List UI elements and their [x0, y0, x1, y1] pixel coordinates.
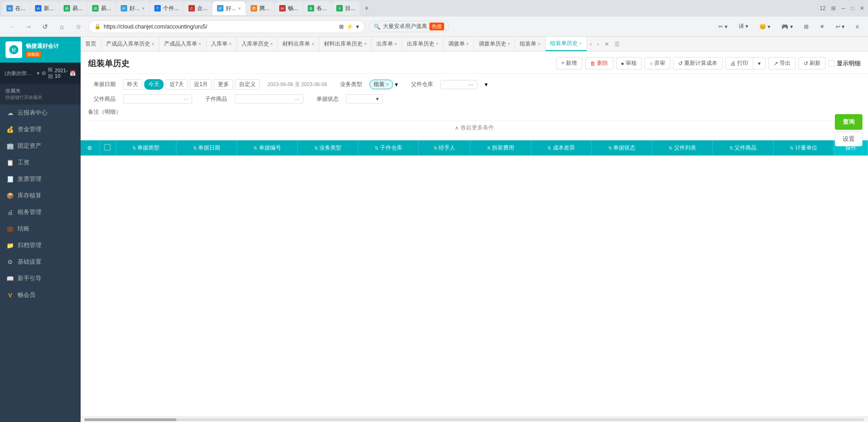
browser-tab-12[interactable]: S 目... [332, 1, 360, 15]
refresh-button[interactable]: ↺ 刷新 [798, 57, 826, 69]
home-button[interactable]: ⌂ [55, 20, 68, 33]
child-goods-dots[interactable]: ··· [295, 96, 299, 102]
sidebar-item-inventory[interactable]: 📦 库存核算 [0, 187, 81, 204]
page-tab-inbound[interactable]: 入库单 × [206, 37, 237, 51]
th-doc-date[interactable]: ⇅ 单据日期 [176, 140, 237, 156]
browser-tab-3[interactable]: 易 易... [59, 1, 87, 15]
add-button[interactable]: + 新增 [556, 57, 582, 69]
th-checkbox[interactable] [99, 140, 116, 156]
tab-close-all[interactable]: ✕ [602, 39, 612, 49]
page-tab-home[interactable]: 首页 [81, 37, 101, 51]
page-tab-material-outbound[interactable]: 材料出库单 × [278, 37, 319, 51]
abandon-button[interactable]: ○ 弃审 [645, 57, 670, 69]
remove-biz-type-tag[interactable]: × [386, 82, 389, 87]
page-tab-inbound-history[interactable]: 入库单历史 × [237, 37, 278, 51]
close-inbound-history[interactable]: × [270, 41, 273, 46]
browser-tab-7[interactable]: C 企... [184, 1, 212, 15]
sidebar-item-cloud-report[interactable]: ☁ 云报表中心 [0, 104, 81, 121]
display-detail-checkbox[interactable] [828, 60, 835, 67]
undo-btn[interactable]: ↩ ▾ [832, 22, 848, 32]
address-bar[interactable]: 🔒 https://cloud.chanjet.com/accounting/u… [88, 20, 365, 33]
settings-query-button[interactable]: 设置 [835, 132, 862, 146]
settings-col-icon[interactable]: ⚙ [87, 145, 92, 151]
th-child-warehouse[interactable]: ⇅ 子件仓库 [358, 140, 419, 156]
tab-more-menu[interactable]: ☰ [612, 39, 622, 49]
select-all-checkbox[interactable] [104, 144, 111, 150]
page-tab-assembly-history[interactable]: 调拨单历史 × [474, 37, 516, 51]
browser-tab-4[interactable]: 易 易... [88, 1, 116, 15]
export-button[interactable]: ↗ 导出 [768, 57, 796, 69]
date-btn-custom[interactable]: 自定义 [235, 79, 260, 90]
page-tab-prod-inbound-history[interactable]: 产成品入库单历史 × [101, 37, 159, 51]
browser-tab-6[interactable]: 个 个件... [150, 1, 183, 15]
horizontal-scrollbar-area[interactable] [81, 416, 868, 422]
browser-tab-11[interactable]: 各 各... [303, 1, 331, 15]
parent-warehouse-dropdown-chevron[interactable]: ▾ [485, 81, 488, 88]
sidebar-item-guide[interactable]: 📖 新手引导 [0, 270, 81, 287]
sidebar-item-invoice[interactable]: 🧾 发票管理 [0, 171, 81, 187]
close-prod-inbound[interactable]: × [199, 41, 201, 46]
close-prod-inbound-history[interactable]: × [152, 41, 154, 46]
page-tab-kit-history[interactable]: 组装单历史 × [545, 37, 587, 51]
th-unit[interactable]: ⇅ 计量单位 [773, 140, 834, 156]
review-button[interactable]: ● 审核 [616, 57, 642, 69]
tab-close-5[interactable]: × [142, 6, 145, 11]
status-dropdown-chevron[interactable]: ▾ [376, 96, 379, 102]
query-button[interactable]: 查询 [835, 114, 862, 130]
theme-btn[interactable]: ☀ [816, 22, 828, 32]
grid-btn[interactable]: ⊞ [800, 22, 812, 32]
parent-goods-input[interactable]: ··· [123, 94, 192, 104]
close-kit-history[interactable]: × [579, 41, 582, 46]
recalc-button[interactable]: ↺ 重新计算成本 [673, 57, 722, 69]
th-settings[interactable]: ⚙ [81, 140, 99, 156]
delete-button[interactable]: 🗑 删除 [585, 57, 613, 69]
close-outbound-history[interactable]: × [436, 41, 439, 46]
date-btn-more[interactable]: 更多 [214, 79, 233, 90]
th-biz-type[interactable]: ⇅ 业务类型 [298, 140, 358, 156]
horizontal-scrollbar-track[interactable] [84, 418, 864, 421]
page-tab-outbound-history[interactable]: 出库单历史 × [402, 37, 444, 51]
th-parent-list[interactable]: ⇅ 父件列表 [652, 140, 713, 156]
tab-next-button[interactable]: › [594, 39, 602, 49]
close-kit[interactable]: × [538, 41, 540, 46]
bookmark-button[interactable]: ☆ [72, 20, 85, 33]
qr-icon[interactable]: ⊞ [339, 23, 344, 30]
print-dropdown[interactable]: ▾ [753, 58, 765, 69]
th-handler[interactable]: ⇅ 经手人 [419, 140, 470, 156]
parent-warehouse-dots[interactable]: ··· [469, 81, 473, 88]
sidebar-item-fixed-assets[interactable]: 🏢 固定资产 [0, 138, 81, 154]
close-material-outbound-history[interactable]: × [364, 41, 367, 46]
parent-goods-dots[interactable]: ··· [183, 96, 188, 102]
status-dropdown[interactable]: ▾ [346, 94, 383, 104]
th-doc-status[interactable]: ⇅ 单据状态 [592, 140, 652, 156]
translate-btn[interactable]: 译 ▾ [735, 21, 752, 32]
emoji-btn[interactable]: 😊 ▾ [756, 22, 774, 32]
collapse-bar[interactable]: ∧ 收起更多条件 [88, 121, 861, 134]
th-parent-goods[interactable]: ⇅ 父件商品 [713, 140, 774, 156]
close-assembly[interactable]: × [466, 41, 469, 46]
browser-tab-10[interactable]: M 畅... [275, 1, 303, 15]
browser-tab-9[interactable]: 腾 腾... [246, 1, 274, 15]
scissors-btn[interactable]: ✂ ▾ [715, 22, 731, 32]
browser-tab-5[interactable]: 好 好... × [116, 1, 149, 15]
tab-extensions-icon[interactable]: ⊞ [829, 4, 838, 12]
topbar-settings-icon[interactable]: ⚙ [41, 70, 46, 76]
page-tab-material-outbound-history[interactable]: 材料出库单历史 × [319, 37, 372, 51]
maximize-button[interactable]: □ [849, 4, 856, 12]
horizontal-scrollbar-thumb[interactable] [84, 418, 176, 421]
browser-tab-8[interactable]: 好 好... × [212, 1, 246, 15]
date-btn-today[interactable]: 今天 [144, 79, 164, 90]
page-tab-assembly[interactable]: 调拨单 × [444, 37, 474, 51]
biz-type-dropdown-icon[interactable]: ▾ [395, 81, 398, 88]
page-tab-prod-inbound[interactable]: 产成品入库单 × [159, 37, 206, 51]
dropdown-icon[interactable]: ▾ [356, 23, 359, 30]
back-button[interactable]: ← [6, 20, 18, 33]
company-selector[interactable]: (勿删勿禁用) 江西服宝测试专用 ▾ ⚙ 账期 2021-10 📅 [0, 63, 81, 84]
game-btn[interactable]: 🎮 ▾ [778, 22, 796, 32]
th-doc-type[interactable]: ⇅ 单据类型 [116, 140, 176, 156]
browser-tab-1[interactable]: Ai 在... [2, 1, 30, 15]
favorites-section[interactable]: 收藏夹 快捷键打开收藏夹 [0, 84, 81, 104]
close-material-outbound[interactable]: × [311, 41, 314, 46]
page-tab-kit[interactable]: 组装单 × [515, 37, 545, 51]
child-goods-input[interactable]: ··· [235, 94, 304, 104]
